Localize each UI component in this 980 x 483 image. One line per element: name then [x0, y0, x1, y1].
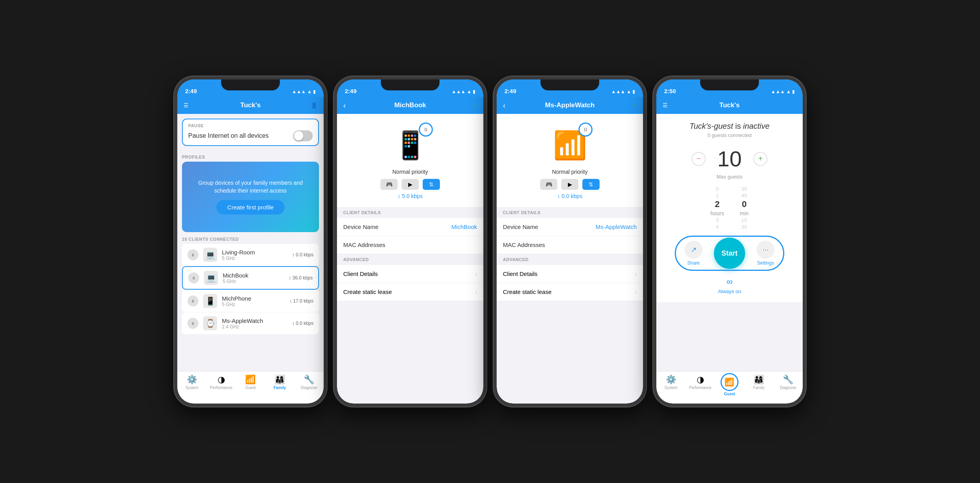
screen-1: 2:49 ▲▲▲ ▲ ▮ ☰ Tuck's 👤 PAUSE Pause Inte…	[177, 79, 324, 404]
minutes-column: 30 45 0 min 15 30	[740, 186, 749, 230]
speed-display-3: ↕ 0.0 kbps	[557, 193, 582, 199]
minutes-below-2: 30	[741, 224, 747, 230]
always-on-section: ∞ Always on	[664, 277, 795, 294]
pause-toggle[interactable]	[293, 130, 313, 141]
mac-address-row-3[interactable]: MAC Addresses	[497, 236, 643, 254]
device-name-row-3[interactable]: Device Name Ms-AppleWatch	[497, 218, 643, 236]
increment-button[interactable]: +	[753, 152, 767, 166]
device-name-value-2: MichBook	[451, 223, 477, 230]
hours-above-2: 1	[716, 193, 719, 198]
client-details-row-2[interactable]: Client Details ›	[337, 265, 483, 283]
priority-low-3[interactable]: 🎮	[540, 179, 557, 190]
priority-play-3[interactable]: ▶	[561, 179, 578, 190]
tab-system-4[interactable]: ⚙️ System	[656, 375, 686, 390]
system-icon-4: ⚙️	[666, 375, 676, 385]
tab-system-1[interactable]: ⚙️ System	[177, 375, 207, 390]
performance-icon-1: ◑	[218, 375, 225, 385]
back-icon-2[interactable]: ‹	[343, 101, 346, 110]
guest-icon-4: 📶	[724, 377, 734, 387]
phone-2: 2:49 ▲▲▲ ▲ ▮ ‹ MichBook ✓ 📱 ⏸ Normal pri…	[334, 76, 486, 407]
client-row-michbook[interactable]: ⏸ 💻 MichBook 5 GHz ↕ 36.0 kbps	[182, 266, 319, 290]
pause-label: PAUSE	[188, 123, 313, 128]
priority-play-2[interactable]: ▶	[402, 179, 419, 190]
profiles-label: PROFILES	[177, 151, 324, 162]
priority-text-2: Normal priority	[392, 169, 428, 175]
system-label-1: System	[186, 386, 198, 390]
menu-icon-1[interactable]: ☰	[184, 102, 189, 108]
mac-address-row-2[interactable]: MAC Addresses	[337, 236, 483, 254]
priority-controls-3: 🎮 ▶ ⇅	[540, 179, 600, 190]
check-icon-3[interactable]: ✓	[632, 102, 637, 108]
client-details-header-2: CLIENT DETAILS	[337, 207, 483, 218]
tab-performance-4[interactable]: ◑ Performance	[686, 375, 715, 390]
device-name-row-2[interactable]: Device Name MichBook	[337, 218, 483, 236]
tab-diagnose-1[interactable]: 🔧 Diagnose	[294, 375, 324, 390]
decrement-button[interactable]: −	[692, 152, 706, 166]
static-lease-row-3[interactable]: Create static lease ›	[497, 283, 643, 301]
hours-selected: 2	[715, 199, 720, 209]
guest-label-4: Guest	[724, 392, 735, 396]
device-icon-living-room: 💻	[203, 248, 217, 262]
advanced-header-3: ADVANCED	[497, 254, 643, 265]
device-icon-applewatch: ⌚	[203, 316, 217, 330]
guest-network-name: Tuck's-guest	[690, 122, 733, 130]
client-row-living-room[interactable]: ⏸ 💻 Living-Room 5 GHz ↕ 0.0 kbps	[182, 244, 319, 266]
client-name-living-room: Living-Room	[222, 249, 287, 256]
client-band-michbook: 5 GHz	[223, 279, 284, 284]
screen-2: 2:49 ▲▲▲ ▲ ▮ ‹ MichBook ✓ 📱 ⏸ Normal pri…	[337, 79, 483, 404]
pause-btn-michphone[interactable]: ⏸	[187, 296, 198, 306]
hours-label: hours	[710, 210, 724, 216]
always-on-label: Always on	[718, 288, 741, 294]
tab-bar-1: ⚙️ System ◑ Performance 📶 Guest 👨‍👩‍👧 Fa…	[177, 371, 324, 404]
menu-icon-4[interactable]: ☰	[663, 102, 668, 108]
hours-below-1: 3	[716, 217, 719, 223]
tab-guest-4[interactable]: 📶 Guest	[715, 375, 744, 396]
tab-guest-1[interactable]: 📶 Guest	[236, 375, 265, 390]
client-details-header-3: CLIENT DETAILS	[497, 207, 643, 218]
tab-performance-1[interactable]: ◑ Performance	[207, 375, 236, 390]
pause-btn-living-room[interactable]: ⏸	[187, 249, 198, 260]
check-icon-2[interactable]: ✓	[472, 102, 477, 108]
tab-bar-4: ⚙️ System ◑ Performance 📶 Guest 👨‍👩‍👧 Fa…	[656, 371, 803, 404]
client-info-michbook: MichBook 5 GHz	[223, 272, 284, 284]
client-info-applewatch: Ms-AppleWatch 2.4 GHz	[222, 317, 287, 330]
pause-row: Pause Internet on all devices	[188, 130, 313, 141]
device-icon-hero-3: 📶 ⏸	[550, 126, 589, 165]
profiles-banner: Group devices of your family members and…	[182, 162, 319, 232]
guest-status: inactive	[743, 122, 770, 130]
static-lease-row-2[interactable]: Create static lease ›	[337, 283, 483, 301]
client-info-michphone: MichPhone 5 GHz	[222, 295, 285, 307]
performance-label-4: Performance	[689, 386, 712, 390]
pause-btn-michbook[interactable]: ⏸	[188, 272, 199, 283]
client-row-applewatch[interactable]: ⏸ ⌚ Ms-AppleWatch 2.4 GHz ↕ 0.0 kbps	[182, 312, 319, 334]
client-speed-michphone: ↕ 17.0 kbps	[290, 298, 313, 304]
tab-diagnose-4[interactable]: 🔧 Diagnose	[773, 375, 803, 390]
diagnose-icon-1: 🔧	[304, 375, 314, 385]
back-icon-3[interactable]: ‹	[503, 101, 506, 110]
priority-boost-2[interactable]: ⇅	[423, 179, 440, 190]
tab-family-1[interactable]: 👨‍👩‍👧 Family	[265, 375, 294, 390]
client-speed-applewatch: ↕ 0.0 kbps	[292, 321, 313, 326]
diagnose-label-1: Diagnose	[301, 386, 317, 390]
device-name-label-2: Device Name	[343, 223, 378, 230]
guest-tab-highlight: 📶	[721, 373, 739, 391]
priority-low-2[interactable]: 🎮	[380, 179, 398, 190]
advanced-header-2: ADVANCED	[337, 254, 483, 265]
pause-circle-2[interactable]: ⏸	[419, 123, 433, 137]
client-band-living-room: 5 GHz	[222, 256, 287, 261]
time-2: 2:49	[345, 88, 357, 94]
notch-4	[700, 79, 759, 90]
client-details-label-3: Client Details	[503, 270, 537, 277]
max-guests-label: Max guests	[664, 174, 795, 180]
family-label-1: Family	[274, 386, 286, 390]
client-row-michphone[interactable]: ⏸ 📱 MichPhone 5 GHz ↕ 17.0 kbps	[182, 290, 319, 312]
pause-circle-3[interactable]: ⏸	[578, 123, 593, 137]
pause-btn-applewatch[interactable]: ⏸	[187, 318, 198, 329]
nav-title-2: MichBook	[394, 101, 426, 109]
priority-boost-3[interactable]: ⇅	[582, 179, 600, 190]
create-profile-button[interactable]: Create first profile	[216, 200, 285, 214]
profile-icon-1[interactable]: 👤	[311, 102, 317, 108]
client-details-row-3[interactable]: Client Details ›	[497, 265, 643, 283]
phone-4: 2:50 ▲▲▲ ▲ ▮ ☰ Tuck's Tuck's-guest is in…	[653, 76, 806, 407]
tab-family-4[interactable]: 👨‍👩‍👧 Family	[744, 375, 773, 390]
